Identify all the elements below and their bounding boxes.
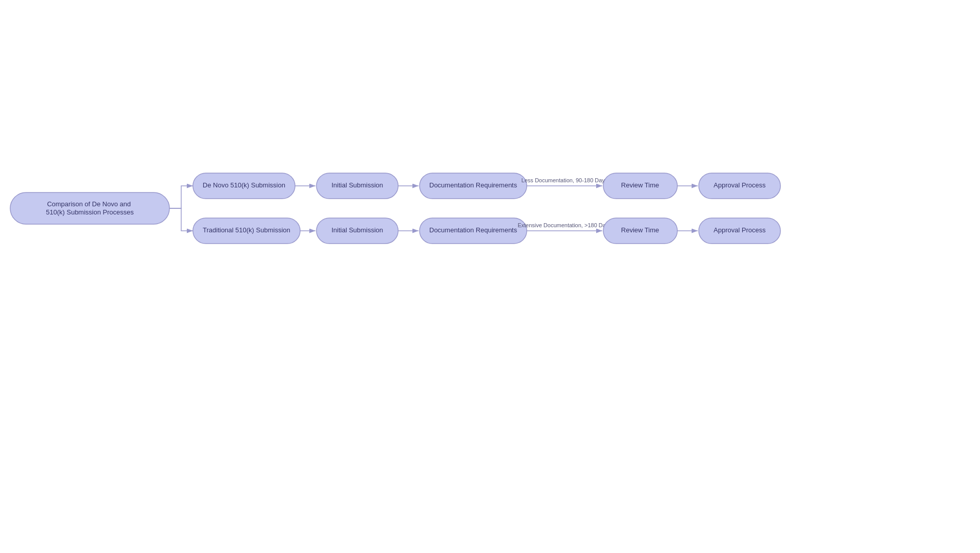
row1-node3-label: Documentation Requirements — [429, 181, 517, 189]
branch-line-upper — [169, 186, 193, 208]
row2-node3-label: Documentation Requirements — [429, 226, 517, 234]
row1-node5-label: Approval Process — [714, 181, 766, 189]
row2-node4-label: Review Time — [621, 226, 659, 234]
row1-node4-label: Review Time — [621, 181, 659, 189]
branch-line-lower — [169, 208, 193, 231]
row2-node1-label: Traditional 510(k) Submission — [203, 226, 290, 234]
row1-node2-label: Initial Submission — [331, 181, 383, 189]
row2-edge-label: Extensive Documentation, >180 Days — [518, 222, 611, 228]
row1-edge-label: Less Documentation, 90-180 Days — [522, 177, 608, 183]
row2-node2-label: Initial Submission — [331, 226, 383, 234]
row1-node1-label: De Novo 510(k) Submission — [203, 181, 285, 189]
row2-node5-label: Approval Process — [714, 226, 766, 234]
diagram-container: Comparison of De Novo and 510(k) Submiss… — [0, 0, 980, 553]
root-node-label: Comparison of De Novo and 510(k) Submiss… — [46, 200, 134, 216]
